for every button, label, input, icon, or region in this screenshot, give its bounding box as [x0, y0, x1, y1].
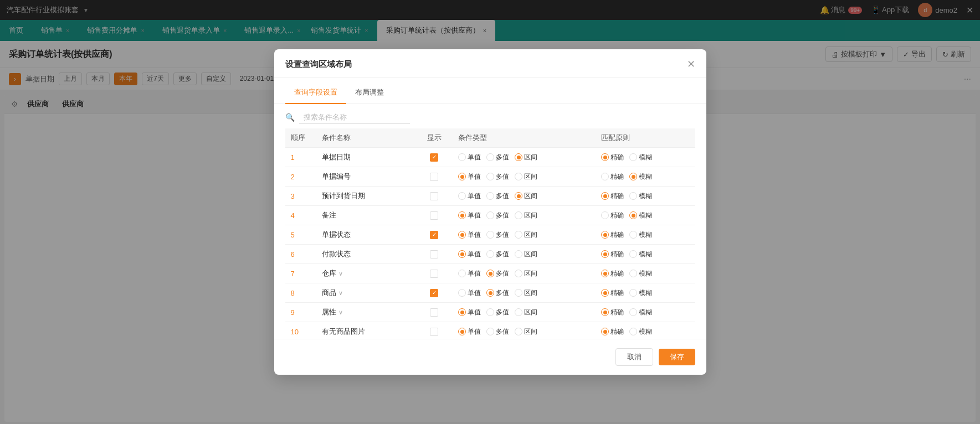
type-single-radio[interactable]: 单值 [458, 172, 481, 182]
expand-arrow-icon[interactable]: ∨ [338, 309, 343, 316]
seq-cell: 4 [285, 206, 316, 225]
type-range-radio[interactable]: 区间 [515, 250, 537, 259]
type-single-radio[interactable]: 单值 [458, 192, 481, 201]
type-cell: 单值 多值 区间 [453, 322, 596, 339]
type-multi-radio[interactable]: 多值 [486, 153, 509, 162]
seq-cell: 3 [285, 187, 316, 206]
cancel-button[interactable]: 取消 [615, 348, 653, 366]
match-fuzzy-radio[interactable]: 模糊 [629, 153, 652, 162]
display-cell[interactable] [415, 148, 453, 167]
type-multi-radio[interactable]: 多值 [486, 192, 509, 201]
type-single-radio[interactable]: 单值 [458, 269, 481, 278]
type-single-radio[interactable]: 单值 [458, 230, 481, 240]
match-fuzzy-radio[interactable]: 模糊 [629, 269, 652, 278]
display-cell[interactable] [415, 264, 453, 283]
match-fuzzy-radio[interactable]: 模糊 [629, 288, 652, 298]
type-multi-radio[interactable]: 多值 [486, 211, 509, 220]
match-fuzzy-radio[interactable]: 模糊 [629, 308, 652, 317]
type-multi-radio[interactable]: 多值 [486, 288, 509, 298]
dialog-tab-query-fields[interactable]: 查询字段设置 [285, 84, 346, 104]
type-multi-radio[interactable]: 多值 [486, 230, 509, 240]
type-cell: 单值 多值 区间 [453, 303, 596, 322]
col-type-header: 条件类型 [453, 128, 596, 148]
display-cell[interactable] [415, 322, 453, 339]
display-cell[interactable] [415, 303, 453, 322]
match-fuzzy-radio[interactable]: 模糊 [629, 230, 652, 240]
expand-arrow-icon[interactable]: ∨ [338, 270, 343, 277]
type-single-radio[interactable]: 单值 [458, 308, 481, 317]
type-cell: 单值 多值 区间 [453, 283, 596, 303]
match-fuzzy-radio[interactable]: 模糊 [629, 327, 652, 337]
match-fuzzy-dot [629, 289, 637, 297]
type-range-radio[interactable]: 区间 [515, 308, 537, 317]
type-range-dot [515, 192, 522, 200]
match-exact-radio[interactable]: 精确 [601, 172, 624, 182]
dialog-table-header-row: 顺序 条件名称 显示 条件类型 匹配原则 [285, 128, 695, 148]
table-row: 2 单据编号 单值 多值 [285, 167, 695, 187]
display-checkbox[interactable] [430, 211, 438, 220]
match-fuzzy-radio[interactable]: 模糊 [629, 192, 652, 201]
display-checkbox[interactable] [430, 308, 438, 317]
match-exact-radio[interactable]: 精确 [601, 327, 624, 337]
type-range-radio[interactable]: 区间 [515, 172, 537, 182]
match-fuzzy-radio[interactable]: 模糊 [629, 172, 652, 182]
type-multi-dot [486, 308, 494, 316]
match-cell: 精确 模糊 [596, 148, 695, 167]
dialog-footer: 取消 保存 [274, 339, 706, 375]
match-exact-radio[interactable]: 精确 [601, 250, 624, 259]
display-cell[interactable] [415, 206, 453, 225]
type-multi-radio[interactable]: 多值 [486, 250, 509, 259]
display-checkbox[interactable] [430, 192, 438, 200]
display-checkbox[interactable] [430, 173, 438, 181]
type-range-radio[interactable]: 区间 [515, 269, 537, 278]
display-checkbox[interactable] [430, 270, 438, 278]
type-single-radio[interactable]: 单值 [458, 250, 481, 259]
match-exact-radio[interactable]: 精确 [601, 269, 624, 278]
match-exact-radio[interactable]: 精确 [601, 153, 624, 162]
match-exact-radio[interactable]: 精确 [601, 308, 624, 317]
type-single-radio[interactable]: 单值 [458, 327, 481, 337]
col-seq-header: 顺序 [285, 128, 316, 148]
display-checkbox[interactable] [430, 231, 438, 239]
type-multi-radio[interactable]: 多值 [486, 308, 509, 317]
type-range-radio[interactable]: 区间 [515, 288, 537, 298]
match-exact-radio[interactable]: 精确 [601, 288, 624, 298]
dialog-tab-layout[interactable]: 布局调整 [346, 84, 393, 104]
type-range-dot [515, 231, 522, 239]
type-multi-radio[interactable]: 多值 [486, 327, 509, 337]
type-single-radio[interactable]: 单值 [458, 153, 481, 162]
match-fuzzy-radio[interactable]: 模糊 [629, 250, 652, 259]
match-exact-dot [601, 153, 609, 161]
expand-arrow-icon[interactable]: ∨ [338, 289, 343, 297]
display-checkbox[interactable] [430, 250, 438, 258]
display-cell[interactable] [415, 225, 453, 245]
type-multi-radio[interactable]: 多值 [486, 269, 509, 278]
match-fuzzy-dot [629, 192, 637, 200]
type-single-dot [458, 308, 466, 316]
type-range-radio[interactable]: 区间 [515, 211, 537, 220]
display-checkbox[interactable] [430, 153, 438, 162]
dialog-close-button[interactable]: ✕ [687, 58, 695, 70]
type-multi-radio[interactable]: 多值 [486, 172, 509, 182]
type-single-radio[interactable]: 单值 [458, 288, 481, 298]
display-checkbox[interactable] [430, 289, 438, 297]
display-checkbox[interactable] [430, 328, 438, 336]
match-cell: 精确 模糊 [596, 206, 695, 225]
type-range-radio[interactable]: 区间 [515, 192, 537, 201]
match-exact-radio[interactable]: 精确 [601, 230, 624, 240]
type-range-radio[interactable]: 区间 [515, 153, 537, 162]
display-cell[interactable] [415, 187, 453, 206]
display-cell[interactable] [415, 245, 453, 264]
type-range-radio[interactable]: 区间 [515, 327, 537, 337]
save-button[interactable]: 保存 [659, 349, 695, 365]
display-cell[interactable] [415, 167, 453, 187]
match-fuzzy-radio[interactable]: 模糊 [629, 211, 652, 220]
match-exact-radio[interactable]: 精确 [601, 192, 624, 201]
display-cell[interactable] [415, 283, 453, 303]
type-single-dot [458, 231, 466, 239]
type-range-radio[interactable]: 区间 [515, 230, 537, 240]
match-exact-radio[interactable]: 精确 [601, 211, 624, 220]
dialog-search-input[interactable] [299, 111, 410, 124]
match-exact-dot [601, 173, 609, 180]
type-single-radio[interactable]: 单值 [458, 211, 481, 220]
